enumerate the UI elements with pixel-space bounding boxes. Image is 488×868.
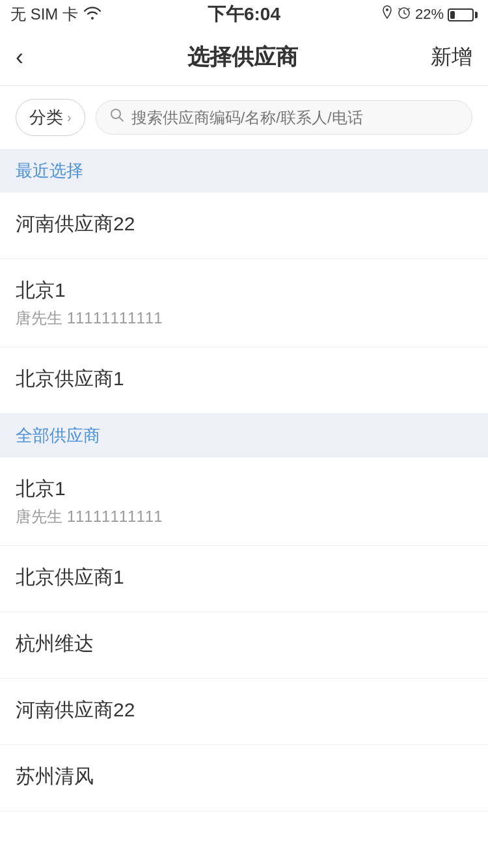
- status-time: 下午6:04: [208, 2, 280, 27]
- list-item[interactable]: 北京供应商1: [0, 546, 488, 612]
- recent-section-header: 最近选择: [0, 149, 488, 193]
- filter-bar: 分类 ›: [0, 86, 488, 149]
- search-box: [96, 100, 472, 135]
- status-bar: 无 SIM 卡 下午6:04 22%: [0, 0, 488, 29]
- no-sim-text: 无 SIM 卡: [10, 4, 78, 25]
- battery-icon: [448, 6, 478, 23]
- add-button[interactable]: 新增: [431, 43, 472, 72]
- alarm-icon: [397, 5, 411, 23]
- item-name: 苏州清风: [16, 763, 472, 790]
- item-name: 杭州维达: [16, 631, 472, 657]
- item-name: 北京供应商1: [16, 366, 472, 392]
- chevron-right-icon: ›: [67, 110, 72, 125]
- list-item[interactable]: 北京1唐先生 11111111111: [0, 457, 488, 546]
- item-name: 北京1: [16, 277, 472, 304]
- wifi-icon: [83, 5, 102, 23]
- list-item[interactable]: 杭州维达: [0, 612, 488, 679]
- location-icon: [381, 5, 393, 23]
- search-input[interactable]: [131, 109, 459, 127]
- back-button[interactable]: ‹: [16, 44, 55, 71]
- item-name: 河南供应商22: [16, 211, 472, 237]
- status-right: 22%: [381, 5, 478, 23]
- list-item[interactable]: 河南供应商22: [0, 679, 488, 745]
- list-item[interactable]: 苏州清风: [0, 745, 488, 811]
- item-name: 河南供应商22: [16, 697, 472, 724]
- status-left: 无 SIM 卡: [10, 4, 102, 25]
- item-sub: 唐先生 11111111111: [16, 308, 472, 329]
- all-section-header: 全部供应商: [0, 414, 488, 457]
- list-item[interactable]: 北京1唐先生 11111111111: [0, 259, 488, 347]
- list-item[interactable]: 河南供应商22: [0, 193, 488, 259]
- item-name: 北京1: [16, 476, 472, 502]
- page-title: 选择供应商: [187, 42, 298, 72]
- search-icon: [109, 107, 125, 128]
- battery-percent: 22%: [415, 6, 444, 23]
- nav-bar: ‹ 选择供应商 新增: [0, 29, 488, 86]
- item-sub: 唐先生 11111111111: [16, 506, 472, 527]
- svg-point-0: [386, 8, 388, 11]
- category-label: 分类: [29, 106, 63, 129]
- category-button[interactable]: 分类 ›: [16, 99, 85, 136]
- recent-list: 河南供应商22北京1唐先生 11111111111北京供应商1: [0, 193, 488, 414]
- item-name: 北京供应商1: [16, 564, 472, 591]
- list-item[interactable]: 北京供应商1: [0, 347, 488, 414]
- all-list: 北京1唐先生 11111111111北京供应商1杭州维达河南供应商22苏州清风: [0, 457, 488, 811]
